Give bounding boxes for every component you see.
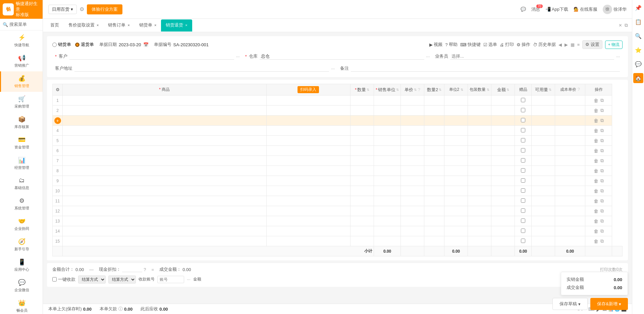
gift-checkbox[interactable] (521, 118, 525, 122)
unit2-cell[interactable] (444, 206, 468, 216)
delete-row-button[interactable]: 🗑 (594, 218, 598, 224)
tab-close-icon[interactable]: × (127, 23, 129, 27)
radio-return[interactable]: 退货单 (75, 42, 94, 48)
gift-cell[interactable] (515, 216, 532, 226)
quantity-cell[interactable] (351, 96, 374, 106)
sales-unit-cell[interactable] (374, 236, 401, 246)
sidebar-item-operation[interactable]: 📊 经营管理 (0, 153, 43, 174)
quantity2-cell[interactable] (424, 206, 444, 216)
tab-close-icon[interactable]: × (185, 23, 187, 27)
amount-cell[interactable] (491, 96, 515, 106)
amount-cell[interactable] (491, 216, 515, 226)
price-cell[interactable] (401, 146, 424, 156)
quantity-cell[interactable] (351, 236, 374, 246)
cost-unit-cell[interactable] (555, 226, 585, 236)
product-cell[interactable] (63, 166, 267, 176)
product-cell[interactable] (63, 206, 267, 216)
delete-row-button[interactable]: 🗑 (594, 198, 598, 204)
price-help-icon[interactable]: ? (418, 87, 420, 92)
help-discount-icon[interactable]: ? (144, 267, 146, 272)
available-cell[interactable] (532, 196, 555, 206)
price-cell[interactable] (401, 166, 424, 176)
unit2-cell[interactable] (444, 236, 468, 246)
copy-row-button[interactable]: ⧉ (600, 138, 604, 143)
copy-row-button[interactable]: ⧉ (600, 98, 604, 103)
quantity-cell[interactable] (351, 126, 374, 136)
copy-row-button[interactable]: ⧉ (600, 148, 604, 153)
tab-sales-order[interactable]: 销售订单 × (103, 19, 134, 32)
product-cell[interactable] (63, 216, 267, 226)
tab-sales-delivery[interactable]: 销货单 × (135, 19, 161, 32)
save-new-button[interactable]: 保存&新增 ▾ (590, 298, 628, 310)
gift-cell[interactable] (515, 226, 532, 236)
list-view-icon[interactable]: ≡ (577, 42, 580, 47)
price-cell[interactable] (401, 106, 424, 116)
message-badge-container[interactable]: 💬 70 消息 (521, 6, 540, 12)
customer-input[interactable] (69, 53, 234, 60)
remark-input[interactable] (351, 65, 620, 72)
available-cell[interactable] (532, 186, 555, 196)
help-btn[interactable]: ? 帮助 (445, 42, 457, 48)
quantity-cell[interactable] (351, 176, 374, 186)
gift-cell[interactable] (515, 106, 532, 116)
cost-unit-cell[interactable] (555, 206, 585, 216)
add-row-icon[interactable]: + (54, 117, 61, 124)
th-scan[interactable]: 扫码录入 (266, 84, 351, 96)
one-click-checkbox[interactable] (52, 277, 57, 281)
sidebar-search[interactable]: 🔍 搜索菜单 (0, 19, 43, 30)
sales-unit-cell[interactable] (374, 96, 401, 106)
tabs-expand-icon[interactable]: ⧉ (623, 22, 629, 28)
sales-unit-cell[interactable] (374, 216, 401, 226)
radio-delivery[interactable]: 销货单 (52, 42, 71, 48)
price-cell[interactable] (401, 196, 424, 206)
pack-qty-cell[interactable] (468, 196, 491, 206)
price-cell[interactable] (401, 96, 424, 106)
sales-unit-cell[interactable] (374, 126, 401, 136)
product-cell[interactable] (63, 116, 267, 126)
unit2-cell[interactable] (444, 166, 468, 176)
product-cell[interactable] (63, 106, 267, 116)
industry-select[interactable]: 日用百货 ▾ (48, 5, 77, 14)
product-cell[interactable] (63, 156, 267, 166)
quantity-cell[interactable] (351, 106, 374, 116)
cost-unit-cell[interactable] (555, 146, 585, 156)
price-cell[interactable] (401, 176, 424, 186)
quantity-cell[interactable] (351, 156, 374, 166)
available-cell[interactable] (532, 226, 555, 236)
copy-row-button[interactable]: ⧉ (600, 198, 604, 204)
sidebar-item-member[interactable]: 👑 畅会员 (0, 296, 43, 314)
product-cell[interactable] (63, 186, 267, 196)
available-cell[interactable] (532, 106, 555, 116)
sales-unit-cell[interactable] (374, 196, 401, 206)
gift-checkbox[interactable] (521, 138, 525, 142)
operation-btn[interactable]: ⚙ 操作 (517, 42, 530, 48)
save-draft-button[interactable]: 保存草稿 ▾ (552, 298, 588, 310)
discount-input[interactable] (122, 267, 142, 272)
product-cell[interactable] (63, 126, 267, 136)
copy-row-button[interactable]: ⧉ (600, 228, 604, 234)
product-cell[interactable] (63, 226, 267, 236)
cost-unit-cell[interactable] (555, 116, 585, 126)
quantity2-cell[interactable] (424, 176, 444, 186)
amount-cell[interactable] (491, 196, 515, 206)
sidebar-item-marketing[interactable]: 📢 营销推广 (0, 51, 43, 71)
pack-qty-cell[interactable] (468, 136, 491, 146)
delete-row-button[interactable]: 🗑 (594, 188, 598, 194)
amount-cell[interactable] (491, 206, 515, 216)
quantity2-cell[interactable] (424, 146, 444, 156)
quantity2-cell[interactable] (424, 106, 444, 116)
copy-row-button[interactable]: ⧉ (600, 168, 604, 174)
quantity2-cell[interactable] (424, 156, 444, 166)
prev-record-icon[interactable]: ◀ (558, 42, 562, 47)
gift-cell[interactable] (515, 126, 532, 136)
right-panel-star-icon[interactable]: ⭐ (633, 45, 643, 55)
product-cell[interactable] (63, 136, 267, 146)
gift-checkbox[interactable] (521, 229, 525, 233)
pack-qty-cell[interactable] (468, 216, 491, 226)
sidebar-item-finance[interactable]: 💳 资金管理 (0, 133, 43, 153)
gift-checkbox[interactable] (521, 198, 525, 203)
quantity-cell[interactable] (351, 226, 374, 236)
sales-unit-cell[interactable] (374, 206, 401, 216)
next-record-icon[interactable]: ▶ (565, 42, 568, 47)
experience-button[interactable]: 体验行业方案 (87, 4, 122, 14)
